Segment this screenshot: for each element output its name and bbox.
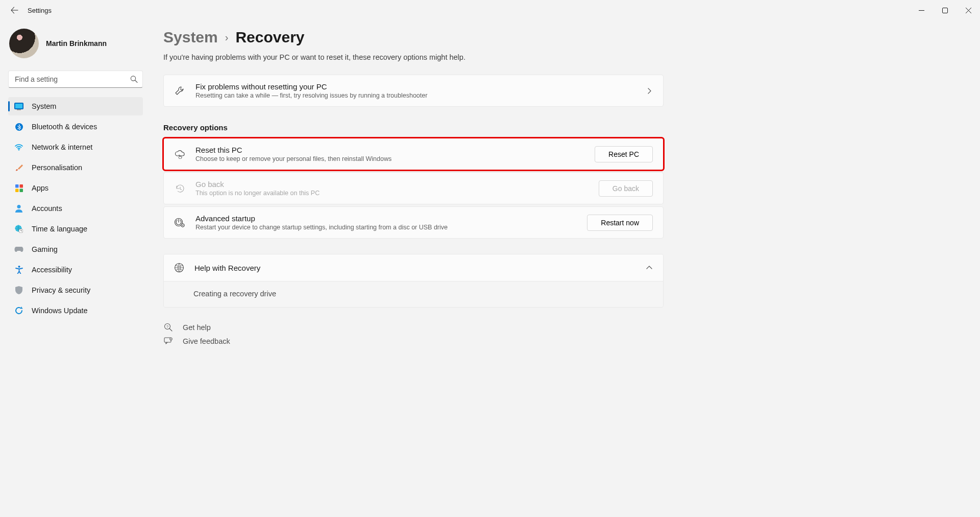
window-controls bbox=[910, 0, 980, 20]
svg-point-24 bbox=[171, 338, 172, 339]
svg-rect-9 bbox=[15, 189, 19, 192]
close-button[interactable] bbox=[957, 0, 980, 20]
svg-text:?: ? bbox=[166, 325, 168, 328]
sidebar: Martin Brinkmann System Bluetooth & devi… bbox=[0, 20, 153, 517]
card-title: Fix problems without resetting your PC bbox=[195, 82, 635, 91]
search-icon bbox=[130, 76, 138, 83]
card-title: Go back bbox=[195, 180, 589, 189]
card-desc: Resetting can take a while — first, try … bbox=[195, 92, 635, 99]
nav-accounts[interactable]: Accounts bbox=[8, 199, 143, 218]
bluetooth-icon bbox=[14, 122, 23, 131]
svg-point-14 bbox=[18, 266, 20, 268]
nav-label: Accounts bbox=[32, 204, 62, 213]
display-icon bbox=[14, 102, 23, 111]
restart-now-button[interactable]: Restart now bbox=[587, 215, 653, 231]
give-feedback-link[interactable]: Give feedback bbox=[163, 337, 939, 345]
gamepad-icon bbox=[14, 245, 23, 254]
svg-rect-4 bbox=[17, 109, 21, 110]
svg-point-23 bbox=[170, 338, 171, 339]
globe-help-icon bbox=[174, 263, 184, 273]
link-label: Get help bbox=[183, 323, 211, 332]
minimize-icon bbox=[919, 8, 924, 13]
arrow-left-icon bbox=[10, 6, 18, 14]
advanced-startup-card: Advanced startup Restart your device to … bbox=[163, 206, 664, 239]
main: System › Recovery If you're having probl… bbox=[153, 20, 980, 517]
svg-point-6 bbox=[18, 149, 20, 151]
card-desc: This option is no longer available on th… bbox=[195, 190, 589, 197]
nav-update[interactable]: Windows Update bbox=[8, 301, 143, 320]
fix-problems-card[interactable]: Fix problems without resetting your PC R… bbox=[163, 75, 664, 107]
svg-rect-0 bbox=[942, 8, 947, 13]
nav-label: Network & internet bbox=[32, 143, 92, 151]
nav-apps[interactable]: Apps bbox=[8, 179, 143, 197]
svg-point-17 bbox=[182, 225, 183, 226]
help-title: Help with Recovery bbox=[194, 264, 635, 272]
power-gear-icon bbox=[174, 218, 185, 228]
reset-pc-button[interactable]: Reset PC bbox=[595, 146, 653, 162]
search-box bbox=[8, 70, 143, 88]
nav-label: System bbox=[32, 102, 56, 110]
maximize-button[interactable] bbox=[933, 0, 957, 20]
chevron-right-icon bbox=[646, 87, 653, 95]
user-name: Martin Brinkmann bbox=[46, 39, 107, 48]
titlebar: Settings bbox=[0, 0, 980, 20]
go-back-card: Go back This option is no longer availab… bbox=[163, 172, 664, 204]
wrench-icon bbox=[174, 86, 185, 96]
breadcrumb-current: Recovery bbox=[235, 29, 304, 46]
go-back-button: Go back bbox=[599, 180, 653, 197]
apps-icon bbox=[14, 183, 23, 193]
help-section: Help with Recovery Creating a recovery d… bbox=[163, 254, 664, 308]
window-title: Settings bbox=[28, 7, 52, 14]
avatar bbox=[9, 29, 39, 58]
brush-icon bbox=[14, 163, 23, 172]
svg-rect-7 bbox=[15, 184, 19, 188]
chevron-up-icon bbox=[646, 264, 653, 271]
svg-rect-8 bbox=[19, 184, 23, 188]
link-label: Give feedback bbox=[183, 337, 230, 345]
chevron-right-icon: › bbox=[225, 32, 229, 43]
nav-personalisation[interactable]: Personalisation bbox=[8, 158, 143, 177]
nav-label: Apps bbox=[32, 184, 48, 192]
user-block[interactable]: Martin Brinkmann bbox=[8, 25, 153, 68]
accessibility-icon bbox=[14, 265, 23, 274]
breadcrumb-parent[interactable]: System bbox=[163, 29, 218, 46]
nav-label: Privacy & security bbox=[32, 286, 90, 294]
maximize-icon bbox=[942, 8, 948, 13]
svg-rect-3 bbox=[15, 104, 22, 108]
back-button[interactable] bbox=[4, 0, 24, 20]
card-desc: Restart your device to change startup se… bbox=[195, 224, 577, 231]
nav-network[interactable]: Network & internet bbox=[8, 138, 143, 156]
nav-label: Personalisation bbox=[32, 163, 82, 172]
globe-clock-icon bbox=[14, 224, 23, 233]
nav-label: Windows Update bbox=[32, 307, 88, 315]
update-icon bbox=[14, 306, 23, 315]
help-item-recovery-drive[interactable]: Creating a recovery drive bbox=[164, 281, 663, 307]
search-input[interactable] bbox=[8, 70, 143, 88]
person-icon bbox=[14, 204, 23, 213]
nav: System Bluetooth & devices Network & int… bbox=[8, 97, 153, 320]
svg-rect-10 bbox=[19, 189, 23, 192]
history-icon bbox=[174, 183, 185, 194]
card-title: Advanced startup bbox=[195, 214, 577, 223]
nav-system[interactable]: System bbox=[8, 97, 143, 115]
shield-icon bbox=[14, 286, 23, 295]
nav-time[interactable]: Time & language bbox=[8, 220, 143, 238]
page-subtitle: If you're having problems with your PC o… bbox=[163, 53, 939, 61]
help-expander[interactable]: Help with Recovery bbox=[164, 254, 663, 281]
nav-bluetooth[interactable]: Bluetooth & devices bbox=[8, 118, 143, 136]
card-desc: Choose to keep or remove your personal f… bbox=[195, 155, 584, 162]
nav-label: Accessibility bbox=[32, 266, 72, 274]
nav-gaming[interactable]: Gaming bbox=[8, 240, 143, 258]
reset-pc-card: Reset this PC Choose to keep or remove y… bbox=[163, 138, 664, 170]
card-title: Reset this PC bbox=[195, 146, 584, 154]
nav-accessibility[interactable]: Accessibility bbox=[8, 261, 143, 279]
get-help-link[interactable]: ? Get help bbox=[163, 323, 939, 332]
nav-privacy[interactable]: Privacy & security bbox=[8, 281, 143, 299]
help-icon: ? bbox=[163, 323, 174, 332]
nav-label: Gaming bbox=[32, 245, 58, 253]
recovery-options-heading: Recovery options bbox=[163, 123, 939, 132]
close-icon bbox=[966, 8, 971, 13]
svg-point-11 bbox=[17, 205, 21, 208]
minimize-button[interactable] bbox=[910, 0, 933, 20]
cloud-reset-icon bbox=[174, 150, 185, 159]
